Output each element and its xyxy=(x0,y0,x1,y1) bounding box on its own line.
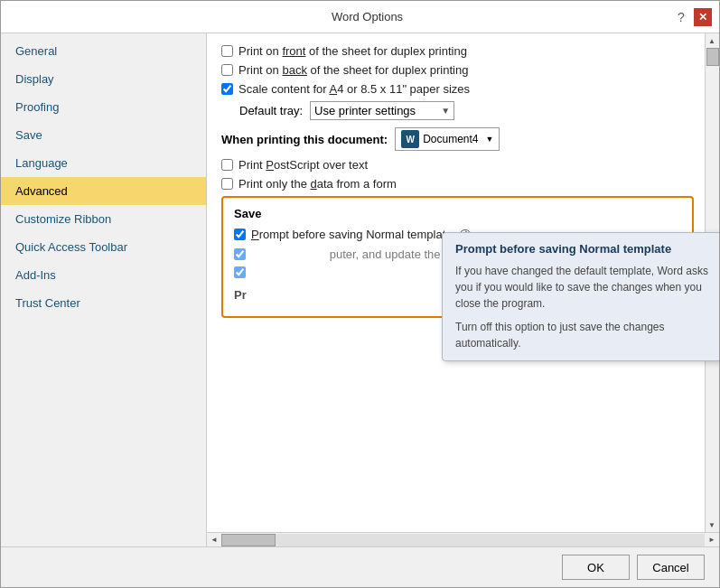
h-scroll-track xyxy=(221,534,705,546)
doc-icon: W xyxy=(401,130,419,148)
checkbox-prompt-normal-label: Prompt before saving Normal template i xyxy=(251,228,472,242)
help-button[interactable]: ? xyxy=(672,8,690,26)
sidebar: General Display Proofing Save Language A… xyxy=(1,33,207,546)
checkbox-extra-label: puter, and update the xyxy=(251,247,441,261)
cancel-button[interactable]: Cancel xyxy=(637,555,705,580)
sidebar-item-customize-ribbon[interactable]: Customize Ribbon xyxy=(1,205,206,233)
sidebar-item-quick-access[interactable]: Quick Access Toolbar xyxy=(1,233,206,261)
scroll-up-button[interactable]: ▲ xyxy=(705,33,719,48)
checkbox-print-back-input[interactable] xyxy=(221,64,233,76)
close-button[interactable]: ✕ xyxy=(694,8,712,26)
checkbox-data-form: Print only the data from a form xyxy=(221,177,694,191)
checkbox-scale-content-label: Scale content for A4 or 8.5 x 11" paper … xyxy=(238,82,470,96)
checkbox-data-form-label: Print only the data from a form xyxy=(238,177,397,191)
checkbox-print-back: Print on back of the sheet for duplex pr… xyxy=(221,63,694,77)
sidebar-item-language[interactable]: Language xyxy=(1,149,206,177)
tooltip-note: Turn off this option to just save the ch… xyxy=(455,319,717,351)
scrollbar-thumb[interactable] xyxy=(706,48,719,66)
tooltip-body: If you have changed the default template… xyxy=(455,263,717,312)
checkbox-print-front-label: Print on front of the sheet for duplex p… xyxy=(238,44,467,58)
scroll-down-button[interactable]: ▼ xyxy=(705,518,719,532)
sidebar-item-trust-center[interactable]: Trust Center xyxy=(1,289,206,317)
checkbox-postscript-label: Print PostScript over text xyxy=(238,158,368,172)
h-scroll-right-button[interactable]: ► xyxy=(705,533,719,547)
doc-dropdown-arrow: ▼ xyxy=(486,135,494,144)
when-printing-row: When printing this document: W Document4… xyxy=(221,127,694,151)
dialog-footer: OK Cancel xyxy=(1,546,719,587)
doc-dropdown[interactable]: W Document4 ▼ xyxy=(395,127,500,151)
sidebar-item-add-ins[interactable]: Add-Ins xyxy=(1,261,206,289)
h-scroll-left-button[interactable]: ◄ xyxy=(207,533,221,547)
h-scrollbar: ◄ ► xyxy=(207,532,719,546)
doc-name: Document4 xyxy=(423,133,478,145)
title-bar: Word Options ? ✕ xyxy=(1,1,719,33)
word-options-dialog: Word Options ? ✕ General Display Proofin… xyxy=(0,0,720,588)
tooltip-title: Prompt before saving Normal template xyxy=(455,242,717,256)
checkbox-scale-content: Scale content for A4 or 8.5 x 11" paper … xyxy=(221,82,694,96)
content-area: Print on front of the sheet for duplex p… xyxy=(207,33,719,546)
checkbox-print-front: Print on front of the sheet for duplex p… xyxy=(221,44,694,58)
sidebar-item-display[interactable]: Display xyxy=(1,65,206,93)
checkbox-print-front-input[interactable] xyxy=(221,45,233,57)
sidebar-item-advanced[interactable]: Advanced xyxy=(1,177,206,205)
print-partial-label: Pr xyxy=(234,288,247,302)
checkbox-scale-content-input[interactable] xyxy=(221,83,233,95)
checkbox-prompt-normal-input[interactable] xyxy=(234,229,246,240)
dialog-body: General Display Proofing Save Language A… xyxy=(1,33,719,546)
tray-row: Default tray: Use printer settings ▼ xyxy=(239,101,694,120)
checkbox-print-back-label: Print on back of the sheet for duplex pr… xyxy=(238,63,468,77)
checkbox-postscript: Print PostScript over text xyxy=(221,158,694,172)
checkbox-postscript-input[interactable] xyxy=(221,159,233,171)
save-section-title: Save xyxy=(234,207,681,220)
tray-label: Default tray: xyxy=(239,104,303,117)
when-printing-label: When printing this document: xyxy=(221,133,388,146)
sidebar-item-save[interactable]: Save xyxy=(1,121,206,149)
checkbox-extra2-input[interactable] xyxy=(234,266,246,278)
sidebar-item-proofing[interactable]: Proofing xyxy=(1,93,206,121)
tray-select-value: Use printer settings xyxy=(314,104,416,117)
tray-select-arrow: ▼ xyxy=(441,106,450,116)
ok-button[interactable]: OK xyxy=(562,555,630,580)
tooltip-popup: Prompt before saving Normal template If … xyxy=(442,232,719,361)
sidebar-item-general[interactable]: General xyxy=(1,37,206,65)
dialog-title: Word Options xyxy=(62,10,672,23)
checkbox-extra-input[interactable] xyxy=(234,248,246,260)
h-scroll-thumb[interactable] xyxy=(221,534,276,546)
checkbox-data-form-input[interactable] xyxy=(221,178,233,190)
title-bar-buttons: ? ✕ xyxy=(672,8,712,26)
content-scroll: Print on front of the sheet for duplex p… xyxy=(207,33,719,532)
tray-select[interactable]: Use printer settings ▼ xyxy=(310,101,454,120)
